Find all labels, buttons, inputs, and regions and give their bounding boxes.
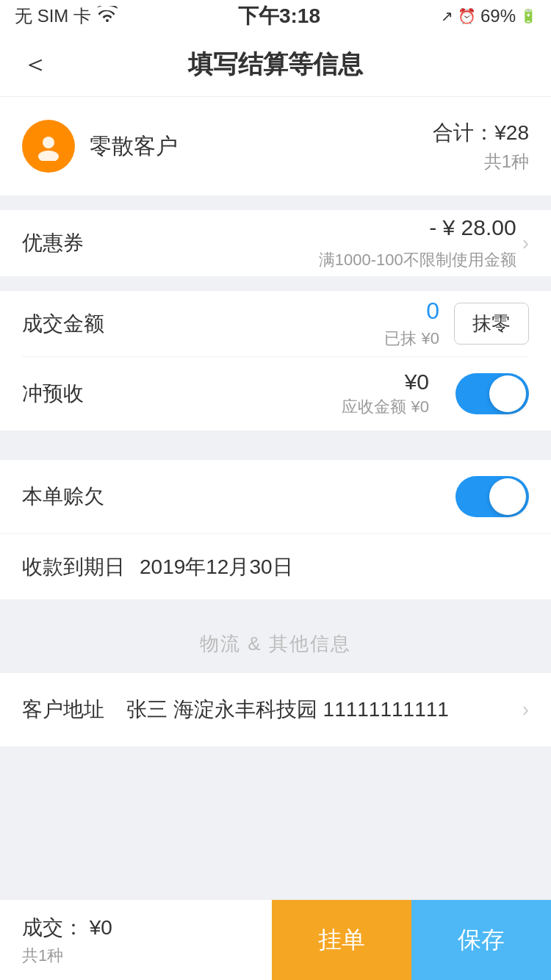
round-zero-button[interactable]: 抹零 [454,303,529,345]
content: 零散客户 合计：¥28 共1种 优惠券 - ¥ 28.00 满1000-100不… [0,97,551,835]
address-chevron-icon: › [522,698,529,721]
customer-row: 零散客户 合计：¥28 共1种 [0,97,551,195]
save-button[interactable]: 保存 [411,900,551,981]
bottom-deal-value: ¥0 [90,916,112,939]
deal-amount-value[interactable]: 0 [384,298,439,325]
coupon-row[interactable]: 优惠券 - ¥ 28.00 满1000-100不限制使用金额 › [22,210,529,276]
bottom-deal-label: 成交： [22,916,84,939]
chevron-icon: › [522,231,529,255]
debt-row: 本单赊欠 [0,460,551,533]
hold-button[interactable]: 挂单 [272,900,411,981]
address-row[interactable]: 客户地址 张三 海淀永丰科技园 11111111111 › [0,673,551,746]
address-value: 张三 海淀永丰科技园 11111111111 [126,696,516,724]
address-label: 客户地址 [22,696,104,724]
location-icon: ↗ [441,7,453,25]
prepayment-label: 冲预收 [22,380,84,408]
customer-name: 零散客户 [90,131,178,162]
battery-icon: 🔋 [520,8,536,24]
debt-label: 本单赊欠 [22,483,104,511]
bottom-deal: 成交： ¥0 [22,914,250,942]
prepayment-toggle[interactable] [455,373,529,414]
logistics-divider: 物流 & 其他信息 [0,614,551,673]
toggle-knob [489,375,526,412]
customer-count: 共1种 [433,150,529,173]
divider-2 [0,276,551,291]
prepayment-amount: ¥0 [342,370,429,394]
svg-point-0 [43,137,54,148]
divider-1 [0,195,551,210]
coupon-desc: 满1000-100不限制使用金额 [319,249,516,271]
prepayment-amount-group: ¥0 应收金额 ¥0 [342,370,429,418]
due-date-label: 收款到期日 [22,553,125,581]
nav-bar: ＜ 填写结算等信息 [0,32,551,97]
due-date-value[interactable]: 2019年12月30日 [140,553,293,581]
coupon-amount: - ¥ 28.00 [429,215,516,240]
alarm-icon: ⏰ [458,7,476,25]
status-right: ↗ ⏰ 69% 🔋 [441,6,536,26]
customer-left: 零散客户 [22,120,178,173]
due-date-row: 收款到期日 2019年12月30日 [0,533,551,599]
coupon-section: 优惠券 - ¥ 28.00 满1000-100不限制使用金额 › [0,210,551,276]
page-title: 填写结算等信息 [66,48,485,82]
deal-amount-sub: 已抹 ¥0 [384,328,439,350]
deal-amount-value-col: 0 已抹 ¥0 [384,298,439,350]
battery-level: 69% [480,6,516,26]
deal-amount-label: 成交金额 [22,310,104,338]
bottom-count: 共1种 [22,945,250,967]
customer-total: 合计：¥28 [433,119,529,147]
status-time: 下午3:18 [238,2,320,30]
deal-section: 成交金额 0 已抹 ¥0 抹零 冲预收 ¥0 应收金额 ¥0 [0,291,551,430]
debt-section: 本单赊欠 收款到期日 2019年12月30日 [0,460,551,599]
bottom-bar: 成交： ¥0 共1种 挂单 保存 [0,899,551,980]
status-left: 无 SIM 卡 [15,4,118,28]
customer-avatar [22,120,75,173]
debt-toggle-knob [489,478,526,515]
status-bar: 无 SIM 卡 下午3:18 ↗ ⏰ 69% 🔋 [0,0,551,32]
bottom-summary: 成交： ¥0 共1种 [0,914,272,967]
coupon-right: - ¥ 28.00 满1000-100不限制使用金额 [319,215,516,271]
prepayment-sub: 应收金额 ¥0 [342,396,429,418]
logistics-label: 物流 & 其他信息 [200,631,351,657]
svg-point-1 [38,151,59,161]
deal-amount-right: 0 已抹 ¥0 抹零 [384,298,529,350]
divider-3 [0,430,551,445]
sim-label: 无 SIM 卡 [15,4,91,28]
prepayment-row: 冲预收 ¥0 应收金额 ¥0 [22,357,529,430]
deal-amount-row: 成交金额 0 已抹 ¥0 抹零 [22,291,529,357]
coupon-label: 优惠券 [22,229,84,257]
customer-summary: 合计：¥28 共1种 [433,119,529,173]
wifi-icon [97,6,118,26]
debt-toggle[interactable] [455,476,529,517]
prepayment-right: ¥0 应收金额 ¥0 [342,370,529,418]
back-button[interactable]: ＜ [22,46,66,82]
